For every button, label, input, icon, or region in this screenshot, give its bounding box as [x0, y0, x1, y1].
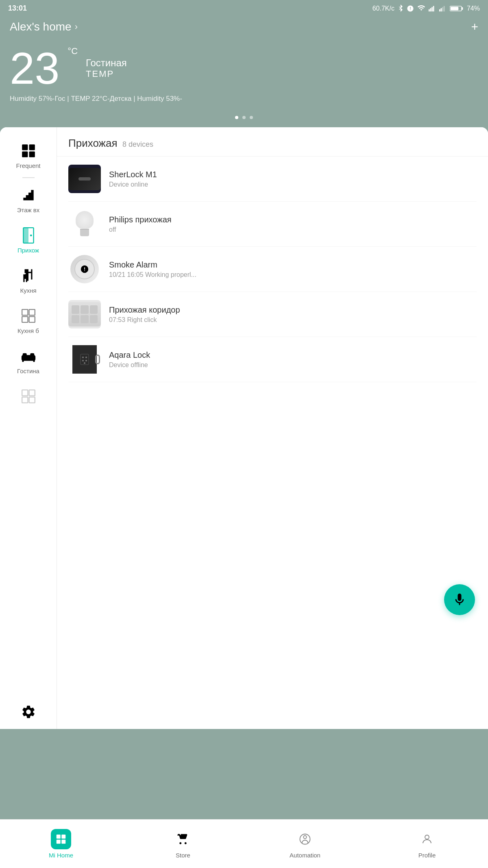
smoke-image — [68, 255, 101, 283]
mic-button[interactable] — [444, 584, 475, 615]
sidebar-item-etaj[interactable]: Этаж вх — [0, 180, 57, 220]
temp-label-block: Гостиная TEMP — [86, 57, 127, 79]
svg-rect-29 — [22, 397, 28, 403]
room-title: Прихожая — [68, 137, 117, 149]
gostina-label: Гостина — [17, 368, 39, 374]
svg-rect-30 — [29, 397, 35, 403]
sidebar-item-prixoj[interactable]: Прихож — [0, 220, 57, 260]
sherlock-status: Device online — [109, 181, 477, 188]
dot-3[interactable] — [250, 116, 253, 119]
svg-point-42 — [303, 835, 307, 839]
sherlock-info: SherLock M1 Device online — [109, 170, 477, 188]
data-speed: 60.7K/c — [373, 5, 394, 12]
settings-icon-wrapper — [20, 703, 37, 721]
sidebar-item-blank[interactable] — [0, 381, 57, 412]
device-item-philips[interactable]: Philips прихожая off — [68, 202, 477, 247]
svg-rect-18 — [22, 309, 28, 315]
svg-rect-3 — [433, 6, 434, 11]
switch-name: Прихожая коридор — [109, 305, 477, 315]
svg-rect-20 — [22, 317, 28, 322]
nav-item-store[interactable]: Store — [122, 825, 244, 863]
sidebar-item-frequent[interactable]: Frequent — [0, 135, 57, 176]
switch-shape — [68, 302, 101, 326]
main-content: Frequent Этаж вх Прихож — [0, 127, 488, 729]
philips-status: off — [109, 226, 477, 233]
aqara-name: Aqara Lock — [109, 350, 477, 360]
status-bar: 13:01 60.7K/c — [0, 0, 488, 16]
add-button[interactable]: + — [471, 20, 478, 34]
svg-rect-13 — [22, 152, 28, 157]
temp-unit: °C — [68, 46, 78, 56]
svg-rect-9 — [462, 7, 463, 10]
dot-2[interactable] — [242, 116, 246, 119]
svg-rect-10 — [451, 7, 459, 10]
svg-rect-21 — [29, 317, 35, 322]
signal-icon-2 — [439, 5, 447, 12]
temp-word: TEMP — [86, 69, 127, 79]
sherlock-image — [68, 165, 101, 193]
smoke-status: 10/21 16:05 Working properl... — [109, 271, 477, 278]
automation-label: Automation — [290, 852, 320, 859]
philips-name: Philips прихожая — [109, 215, 477, 224]
dot-1[interactable] — [235, 116, 238, 119]
grid2-icon — [21, 308, 36, 324]
home-name: Alex's home — [10, 20, 72, 33]
svg-rect-11 — [22, 144, 28, 150]
aqara-shape — [72, 345, 97, 374]
stairs-icon — [21, 187, 36, 203]
time-display: 13:01 — [8, 4, 27, 13]
device-item-aqara[interactable]: Aqara Lock Device offline — [68, 337, 477, 382]
svg-rect-0 — [429, 9, 430, 11]
switch-btn-6 — [90, 315, 98, 324]
aqara-status: Device offline — [109, 361, 477, 369]
sensor-row: Humidity 57%-Гос | TEMP 22°C-Детска | Hu… — [10, 95, 478, 103]
svg-rect-28 — [29, 390, 35, 396]
smoke-name: Smoke Alarm — [109, 260, 477, 270]
smoke-info: Smoke Alarm 10/21 16:05 Working properl.… — [109, 260, 477, 278]
philips-info: Philips прихожая off — [109, 215, 477, 233]
kuhnya-b-label: Кухня б — [17, 327, 39, 334]
device-count: 8 devices — [122, 140, 153, 148]
nav-item-mi-home[interactable]: Mi Home — [0, 825, 122, 863]
svg-rect-24 — [30, 353, 34, 356]
home-chevron[interactable]: › — [75, 22, 78, 32]
home-title-row[interactable]: Alex's home › — [10, 20, 78, 33]
lock-handle — [95, 355, 100, 364]
kuhnya-icon-wrapper — [20, 267, 37, 285]
svg-rect-40 — [61, 840, 65, 844]
sidebar: Frequent Этаж вх Прихож — [0, 127, 57, 729]
prixoj-label: Прихож — [17, 247, 39, 254]
sidebar-item-kuhnya[interactable]: Кухня — [0, 260, 57, 300]
svg-rect-37 — [57, 835, 61, 839]
svg-rect-7 — [444, 6, 445, 11]
svg-point-43 — [425, 835, 429, 839]
svg-rect-25 — [22, 360, 24, 362]
switch-btn-3 — [90, 305, 98, 314]
temp-row: 23 °C Гостиная TEMP — [10, 46, 478, 91]
svg-point-36 — [84, 362, 85, 364]
smoke-alarm-icon — [80, 265, 89, 274]
switch-image — [68, 300, 101, 328]
room-icon — [21, 389, 36, 404]
nav-item-profile[interactable]: Profile — [366, 825, 488, 863]
switch-status: 07:53 Right click — [109, 316, 477, 324]
svg-rect-5 — [441, 8, 442, 11]
sherlock-shape — [68, 168, 101, 190]
nav-item-automation[interactable]: Automation — [244, 825, 366, 863]
sidebar-item-kuhnya-b[interactable]: Кухня б — [0, 300, 57, 341]
bulb-base — [80, 229, 89, 236]
bulb-shape — [74, 211, 96, 237]
sidebar-item-settings[interactable] — [0, 696, 57, 729]
signal-icon — [429, 5, 436, 12]
page-dots — [0, 111, 488, 127]
svg-rect-12 — [29, 144, 35, 150]
device-item-smoke[interactable]: Smoke Alarm 10/21 16:05 Working properl.… — [68, 247, 477, 292]
blank-icon-wrapper — [20, 387, 37, 405]
temperature-display: 23 — [10, 46, 59, 91]
device-item-sherlock[interactable]: SherLock M1 Device online — [68, 157, 477, 202]
svg-rect-6 — [442, 7, 443, 11]
device-item-switch[interactable]: Прихожая коридор 07:53 Right click — [68, 292, 477, 337]
mi-home-label: Mi Home — [49, 852, 73, 859]
sidebar-item-gostina[interactable]: Гостина — [0, 341, 57, 381]
svg-rect-1 — [430, 8, 431, 11]
